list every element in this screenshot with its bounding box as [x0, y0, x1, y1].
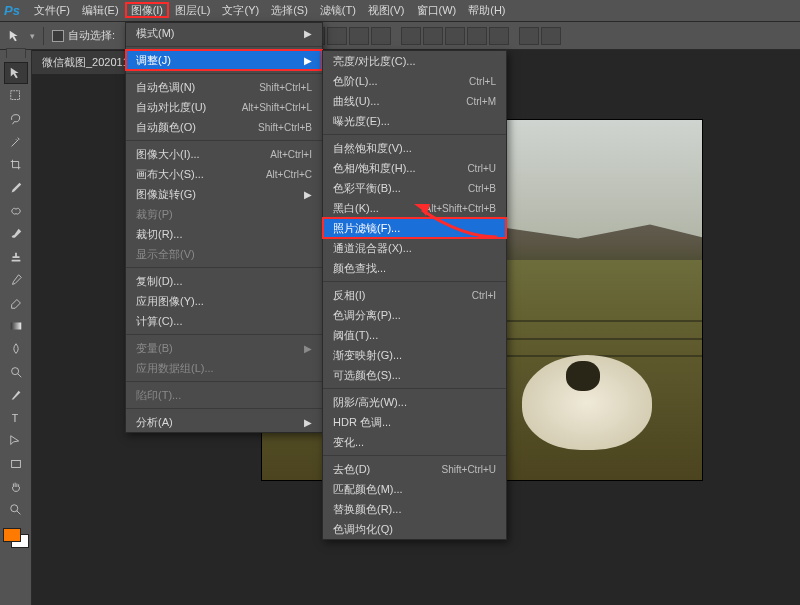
image-menu-item[interactable]: 应用图像(Y)... — [126, 291, 322, 311]
svg-text:T: T — [11, 412, 18, 424]
menu-视图[interactable]: 视图(V) — [362, 2, 411, 18]
menu-item-shortcut: Shift+Ctrl+L — [259, 82, 312, 93]
crop-tool[interactable] — [4, 154, 28, 176]
adjustments-menu-item[interactable]: 色相/饱和度(H)...Ctrl+U — [323, 158, 506, 178]
dodge-tool[interactable] — [4, 361, 28, 383]
adjustments-menu-item[interactable]: 色调分离(P)... — [323, 305, 506, 325]
adjustments-menu-item[interactable]: 阴影/高光(W)... — [323, 392, 506, 412]
pen-tool[interactable] — [4, 384, 28, 406]
menu-item-shortcut: Alt+Ctrl+I — [270, 149, 312, 160]
adjustments-submenu: 亮度/对比度(C)...色阶(L)...Ctrl+L曲线(U)...Ctrl+M… — [322, 50, 507, 540]
stamp-tool[interactable] — [4, 246, 28, 268]
menu-窗口[interactable]: 窗口(W) — [411, 2, 463, 18]
menu-图像[interactable]: 图像(I) — [125, 2, 169, 18]
align-button[interactable] — [349, 27, 369, 45]
distribute-button[interactable] — [445, 27, 465, 45]
hand-tool[interactable] — [4, 476, 28, 498]
adjustments-menu-item[interactable]: 去色(D)Shift+Ctrl+U — [323, 459, 506, 479]
menu-item-label: 黑白(K)... — [333, 201, 379, 216]
distribute-button[interactable] — [467, 27, 487, 45]
submenu-arrow-icon: ▶ — [304, 343, 312, 354]
svg-point-5 — [10, 505, 17, 512]
lasso-tool[interactable] — [4, 108, 28, 130]
adjustments-menu-item[interactable]: 亮度/对比度(C)... — [323, 51, 506, 71]
gradient-tool[interactable] — [4, 315, 28, 337]
type-tool[interactable]: T — [4, 407, 28, 429]
adjustments-menu-item[interactable]: HDR 色调... — [323, 412, 506, 432]
image-menu-item: 显示全部(V) — [126, 244, 322, 264]
menu-item-shortcut: Shift+Ctrl+U — [442, 464, 496, 475]
align-button[interactable] — [371, 27, 391, 45]
adjustments-menu-item[interactable]: 通道混合器(X)... — [323, 238, 506, 258]
image-menu-dropdown: 模式(M)▶调整(J)▶自动色调(N)Shift+Ctrl+L自动对比度(U)A… — [125, 22, 323, 433]
menu-item-label: 反相(I) — [333, 288, 365, 303]
heal-tool[interactable] — [4, 200, 28, 222]
image-menu-item[interactable]: 图像大小(I)...Alt+Ctrl+I — [126, 144, 322, 164]
adjustments-menu-item[interactable]: 变化... — [323, 432, 506, 452]
adjustments-menu-item[interactable]: 色调均化(Q) — [323, 519, 506, 539]
adjustments-menu-item[interactable]: 照片滤镜(F)... — [323, 218, 506, 238]
adjustments-menu-item[interactable]: 曝光度(E)... — [323, 111, 506, 131]
eraser-tool[interactable] — [4, 292, 28, 314]
adjustments-menu-item[interactable]: 黑白(K)...Alt+Shift+Ctrl+B — [323, 198, 506, 218]
menu-item-shortcut: Ctrl+U — [467, 163, 496, 174]
menu-item-label: 通道混合器(X)... — [333, 241, 412, 256]
distribute-button[interactable] — [423, 27, 443, 45]
brush-tool[interactable] — [4, 223, 28, 245]
document-tab[interactable]: 微信截图_202011 — [32, 50, 139, 74]
rect-tool[interactable] — [4, 453, 28, 475]
menu-滤镜[interactable]: 滤镜(T) — [314, 2, 362, 18]
wand-tool[interactable] — [4, 131, 28, 153]
adjustments-menu-item[interactable]: 色彩平衡(B)...Ctrl+B — [323, 178, 506, 198]
adjustments-menu-item[interactable]: 曲线(U)...Ctrl+M — [323, 91, 506, 111]
menu-图层[interactable]: 图层(L) — [169, 2, 216, 18]
image-menu-item[interactable]: 自动颜色(O)Shift+Ctrl+B — [126, 117, 322, 137]
distribute-button[interactable] — [489, 27, 509, 45]
menu-文字[interactable]: 文字(Y) — [216, 2, 265, 18]
path-tool[interactable] — [4, 430, 28, 452]
image-menu-item[interactable]: 自动对比度(U)Alt+Shift+Ctrl+L — [126, 97, 322, 117]
eyedropper-tool[interactable] — [4, 177, 28, 199]
menu-item-label: 裁剪(P) — [136, 207, 173, 222]
distribute-button[interactable] — [519, 27, 539, 45]
distribute-button[interactable] — [541, 27, 561, 45]
marquee-tool[interactable] — [4, 85, 28, 107]
image-menu-item[interactable]: 复制(D)... — [126, 271, 322, 291]
image-menu-item[interactable]: 计算(C)... — [126, 311, 322, 331]
image-menu-item: 应用数据组(L)... — [126, 358, 322, 378]
adjustments-menu-item[interactable]: 渐变映射(G)... — [323, 345, 506, 365]
adjustments-menu-item[interactable]: 阈值(T)... — [323, 325, 506, 345]
menu-item-label: 阈值(T)... — [333, 328, 378, 343]
image-menu-item[interactable]: 画布大小(S)...Alt+Ctrl+C — [126, 164, 322, 184]
image-menu-item[interactable]: 图像旋转(G)▶ — [126, 184, 322, 204]
menu-选择[interactable]: 选择(S) — [265, 2, 314, 18]
image-menu-item[interactable]: 分析(A)▶ — [126, 412, 322, 432]
adjustments-menu-item[interactable]: 自然饱和度(V)... — [323, 138, 506, 158]
menu-编辑[interactable]: 编辑(E) — [76, 2, 125, 18]
move-tool[interactable] — [4, 62, 28, 84]
menu-帮助[interactable]: 帮助(H) — [462, 2, 511, 18]
menu-item-label: 阴影/高光(W)... — [333, 395, 407, 410]
auto-select-checkbox[interactable]: 自动选择: — [52, 28, 115, 43]
menu-item-label: 模式(M) — [136, 26, 175, 41]
adjustments-menu-item[interactable]: 色阶(L)...Ctrl+L — [323, 71, 506, 91]
menu-文件[interactable]: 文件(F) — [28, 2, 76, 18]
adjustments-menu-item[interactable]: 匹配颜色(M)... — [323, 479, 506, 499]
history-tool[interactable] — [4, 269, 28, 291]
color-swatch[interactable] — [3, 528, 29, 548]
image-menu-item[interactable]: 裁切(R)... — [126, 224, 322, 244]
adjustments-menu-item[interactable]: 颜色查找... — [323, 258, 506, 278]
image-menu-item[interactable]: 调整(J)▶ — [126, 50, 322, 70]
submenu-arrow-icon: ▶ — [304, 28, 312, 39]
adjustments-menu-item[interactable]: 可选颜色(S)... — [323, 365, 506, 385]
distribute-button[interactable] — [401, 27, 421, 45]
image-menu-item[interactable]: 模式(M)▶ — [126, 23, 322, 43]
foreground-color-swatch[interactable] — [3, 528, 21, 542]
adjustments-menu-item[interactable]: 反相(I)Ctrl+I — [323, 285, 506, 305]
adjustments-menu-item[interactable]: 替换颜色(R)... — [323, 499, 506, 519]
image-menu-item[interactable]: 自动色调(N)Shift+Ctrl+L — [126, 77, 322, 97]
align-button[interactable] — [327, 27, 347, 45]
menu-item-shortcut: Ctrl+L — [469, 76, 496, 87]
zoom-tool[interactable] — [4, 499, 28, 521]
blur-tool[interactable] — [4, 338, 28, 360]
